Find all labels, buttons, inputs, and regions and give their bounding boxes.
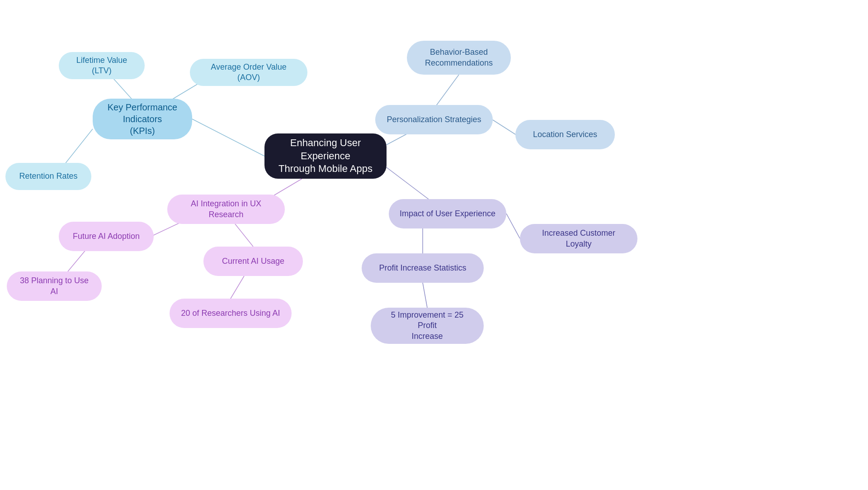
improvement-node: 5 Improvement = 25 Profit Increase (371, 308, 484, 344)
location-node: Location Services (515, 120, 615, 149)
retention-node: Retention Rates (5, 163, 91, 190)
svg-line-15 (506, 214, 520, 238)
ltv-node: Lifetime Value (LTV) (59, 52, 145, 79)
svg-line-5 (434, 75, 459, 109)
kpi-node: Key Performance Indicators (KPIs) (93, 99, 192, 139)
center-node: Enhancing User Experience Through Mobile… (264, 133, 387, 179)
future-ai-node: Future AI Adoption (59, 222, 154, 251)
svg-line-0 (192, 119, 264, 156)
svg-line-14 (423, 283, 427, 308)
planning-38-node: 38 Planning to Use AI (7, 271, 102, 301)
ai-integration-node: AI Integration in UX Research (167, 195, 285, 224)
svg-line-9 (235, 224, 253, 247)
aov-node: Average Order Value (AOV) (190, 59, 307, 86)
impact-node: Impact of User Experience (389, 199, 506, 228)
profit-stats-node: Profit Increase Statistics (362, 253, 484, 283)
behavior-node: Behavior-Based Recommendations (407, 41, 511, 75)
customer-loyalty-node: Increased Customer Loyalty (520, 224, 637, 253)
svg-line-6 (493, 120, 515, 134)
svg-line-11 (231, 276, 244, 299)
researchers-20-node: 20 of Researchers Using AI (170, 299, 292, 328)
personalization-node: Personalization Strategies (375, 105, 493, 134)
current-ai-node: Current AI Usage (203, 247, 303, 276)
